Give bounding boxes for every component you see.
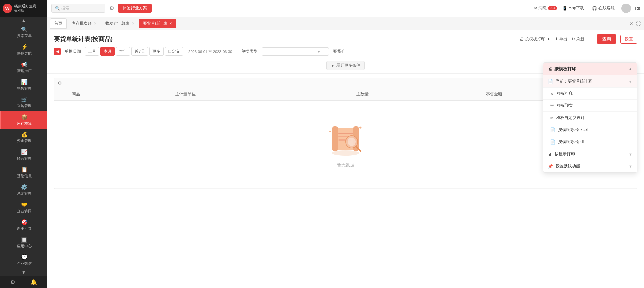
refresh-label: 刷新: [576, 36, 584, 42]
sidebar-item-enterprise[interactable]: 🤝 企业协同: [0, 199, 47, 216]
dropdown-item-template-preview[interactable]: 👁 模板预览: [543, 100, 637, 112]
inventory-icon: 📦: [21, 114, 28, 120]
dropdown-group-default-function[interactable]: 📌 设置默认功能 ▼: [543, 160, 637, 172]
dropdown-default-arrow: ▼: [628, 164, 632, 168]
tab-order-stats[interactable]: 要货单统计表 ✕: [139, 19, 176, 28]
sidebar-item-sales[interactable]: 📊 销售管理: [0, 76, 47, 94]
online-support-button[interactable]: 🎧 在线客服: [592, 5, 615, 11]
settings-icon[interactable]: ⚙: [10, 279, 15, 285]
sidebar-item-inventory[interactable]: 📦 库存核算: [0, 111, 47, 129]
col-unit: 主计量单位: [171, 88, 352, 101]
username-label[interactable]: Rit: [635, 6, 640, 11]
refresh-icon: ↻: [572, 37, 575, 41]
dropdown-group-display-print[interactable]: 🖥 按显示打印 ▼: [543, 148, 637, 160]
app-name: 畅康通好生意: [14, 4, 36, 8]
global-search[interactable]: 🔍 搜索: [51, 4, 105, 13]
sidebar-item-finance[interactable]: 💰 资金管理: [0, 129, 47, 146]
filter-collapse-btn[interactable]: ◀: [54, 48, 61, 55]
svg-rect-2: [332, 126, 338, 151]
sidebar-item-basic[interactable]: 📋 基础信息: [0, 164, 47, 181]
search-placeholder: 搜索: [61, 5, 69, 11]
top-bar: 🔍 搜索 ⚙ 体验行业方案 ✉ 消息 99+ 📱 App下载 🎧 在线客服 Ri…: [47, 0, 644, 17]
dropdown-item-template-excel[interactable]: 📄 按模板导出excel: [543, 124, 637, 136]
sound-icon[interactable]: 🔔: [30, 279, 37, 285]
dropdown-item-template-print[interactable]: 🖨 模板打印: [543, 88, 637, 100]
app-logo-icon: W: [3, 4, 12, 13]
query-button[interactable]: 查询: [597, 34, 616, 44]
app-download-icon: 📱: [562, 6, 567, 11]
search-icon: 🔍: [55, 6, 60, 11]
dropdown-template-print-label: 模板打印: [557, 91, 573, 96]
date-btn-this-year[interactable]: 本年: [116, 47, 130, 56]
sidebar-item-operation[interactable]: 📈 经营管理: [0, 146, 47, 164]
sidebar-bottom: ⚙ 🔔: [0, 276, 47, 288]
expand-more-btn[interactable]: ▼ 展开更多条件: [326, 61, 365, 70]
guide-icon: 🎯: [21, 219, 28, 225]
tab-order-stats-label: 要货单统计表: [143, 21, 167, 26]
date-selector: 上月 本月 本年 近7天 更多 自定义: [85, 47, 183, 56]
type-select[interactable]: ▼: [262, 47, 329, 56]
shortcut-icon: ⚡: [21, 44, 28, 50]
tab-inventory-batch[interactable]: 库存批次账 ✕: [67, 19, 100, 28]
dropdown-collapse-arrow[interactable]: ▲: [628, 67, 632, 71]
tab-receipt-summary-close[interactable]: ✕: [131, 22, 134, 25]
dropdown-item-template-design[interactable]: ✏ 模板自定义设计: [543, 112, 637, 124]
tab-order-stats-close[interactable]: ✕: [169, 22, 172, 25]
dropdown-display-icon: 🖥: [548, 152, 552, 157]
sidebar-item-search[interactable]: 🔍 搜索菜单: [0, 24, 47, 41]
dropdown-current-template[interactable]: 📄 当前：要货单统计表 ▼: [543, 75, 637, 88]
export-button[interactable]: ⬆ 导出: [555, 36, 567, 42]
user-avatar[interactable]: [621, 4, 631, 13]
messages-icon: ✉: [534, 6, 537, 11]
export-icon: ⬆: [555, 37, 558, 41]
messages-label: 消息: [538, 5, 547, 11]
app-download-button[interactable]: 📱 App下载: [562, 5, 584, 11]
svg-rect-4: [338, 133, 353, 134]
sidebar-item-guide[interactable]: 🎯 新手引导: [0, 216, 47, 234]
sidebar-item-apps[interactable]: 🔲 应用中心: [0, 234, 47, 251]
dropdown-design-icon: ✏: [550, 115, 554, 120]
date-range-display: 2023-06-01 至 2023-06-30: [188, 49, 232, 54]
table-settings-icon[interactable]: ⚙: [58, 80, 62, 86]
svg-text:✦: ✦: [329, 130, 331, 133]
date-btn-this-month[interactable]: 本月: [100, 47, 115, 56]
tab-receipt-summary[interactable]: 收发存汇总表 ✕: [101, 19, 138, 28]
topbar-settings-icon[interactable]: ⚙: [109, 5, 114, 11]
dropdown-header: 🖨 按模板打印 ▲: [543, 63, 637, 75]
sidebar-item-inventory-label: 库存核算: [17, 121, 32, 126]
dropdown-excel-icon: 📄: [550, 127, 555, 132]
date-btn-more[interactable]: 更多: [149, 47, 164, 56]
dropdown-title-text: 按模板打印: [554, 66, 576, 72]
purchase-icon: 🛒: [21, 96, 28, 103]
page-title: 要货单统计表(按商品): [54, 35, 113, 43]
sidebar-item-wechat[interactable]: 💬 企业微信: [0, 251, 47, 269]
sidebar-item-purchase[interactable]: 🛒 采购管理: [0, 94, 47, 111]
tab-maximize-icon[interactable]: ⛶: [635, 20, 641, 27]
print-dropdown-trigger[interactable]: 🖨 按模板打印 ▲: [520, 36, 551, 42]
tab-receipt-summary-label: 收发存汇总表: [105, 21, 129, 26]
type-label: 单据类型: [241, 49, 258, 54]
dropdown-current-label: 当前：要货单统计表: [556, 78, 592, 84]
support-label: 在线客服: [598, 5, 615, 11]
dropdown-item-template-pdf[interactable]: 📄 按模板导出pdf: [543, 136, 637, 148]
sidebar-scroll-down[interactable]: ▼: [0, 269, 47, 276]
support-icon: 🎧: [592, 6, 597, 11]
date-btn-last-month[interactable]: 上月: [85, 47, 99, 56]
sidebar-item-shortcut[interactable]: ⚡ 快捷导航: [0, 41, 47, 59]
sales-icon: 📊: [21, 79, 28, 85]
messages-button[interactable]: ✉ 消息 99+: [534, 5, 557, 11]
date-btn-7days[interactable]: 近7天: [131, 47, 148, 56]
tab-close-window-icon[interactable]: ✕: [628, 20, 634, 27]
refresh-button[interactable]: ↻ 刷新: [572, 36, 584, 42]
tab-inventory-batch-close[interactable]: ✕: [94, 22, 96, 25]
dropdown-template-preview-label: 模板预览: [557, 103, 573, 108]
sidebar-item-marketing[interactable]: 📢 营销推广: [0, 59, 47, 76]
sidebar-scroll-up[interactable]: ▲: [0, 17, 47, 24]
date-btn-custom[interactable]: 自定义: [165, 47, 183, 56]
settings-button[interactable]: 设置: [620, 35, 637, 44]
col-quantity: 主数量: [352, 88, 482, 101]
col-product: 商品: [68, 88, 171, 101]
industry-solution-button[interactable]: 体验行业方案: [118, 4, 152, 13]
sidebar-item-system[interactable]: ⚙️ 系统管理: [0, 181, 47, 199]
tab-home[interactable]: 首页: [50, 18, 67, 29]
